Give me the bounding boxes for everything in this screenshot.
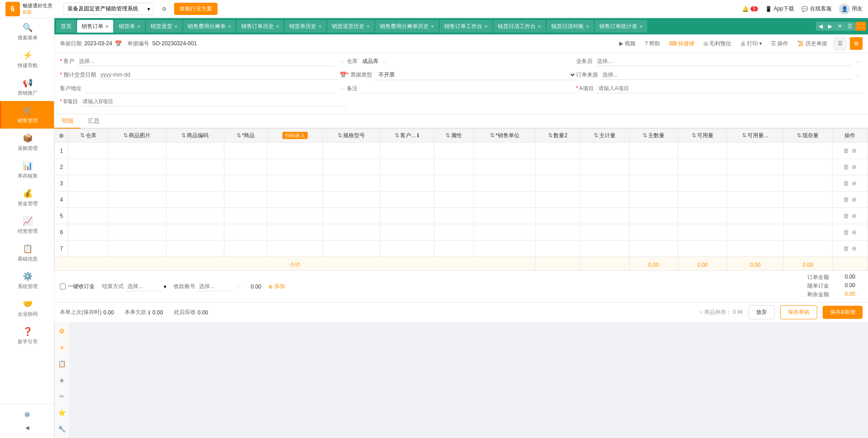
help-btn[interactable]: ? 帮助	[642, 39, 663, 49]
history-btn[interactable]: 📜 历史单据	[795, 39, 830, 49]
sidebar-item-marketing[interactable]: 📢 营销推广	[0, 73, 54, 101]
th-available[interactable]: ⇅可用量	[678, 129, 727, 143]
row-1-stock[interactable]	[783, 143, 832, 159]
th-main-qty[interactable]: ⇅主数量	[629, 129, 678, 143]
delivery-calendar-icon[interactable]: 📅	[339, 72, 347, 78]
sidebar-item-search[interactable]: 🔍 搜索菜单	[0, 18, 54, 46]
tab-sales-return-history[interactable]: 销货单历史 ✕	[285, 20, 326, 33]
discard-button[interactable]: 放弃	[748, 305, 775, 319]
staff-more-icon[interactable]: ···	[854, 58, 863, 65]
tab-sales-return[interactable]: 销货单 ✕	[114, 20, 145, 33]
view-btn[interactable]: ▶ 视频	[616, 39, 638, 49]
right-add-material-btn[interactable]: +	[57, 342, 68, 353]
tab-sales-order-history[interactable]: 销售订单历史 ✕	[237, 20, 284, 33]
tab-close-icon[interactable]: ✕	[586, 24, 589, 29]
add-payment-btn[interactable]: ⊕ 添加	[268, 283, 285, 290]
tab-close-icon[interactable]: ✕	[137, 24, 141, 29]
sidebar-collapse-btn[interactable]: ◀	[0, 421, 54, 434]
notification-bell[interactable]: 🔔 9	[742, 6, 758, 12]
tab-sales-refund[interactable]: 销货退货 ✕	[146, 20, 182, 33]
system-selector[interactable]: 装备及固定资产辅助管理系统 ▾	[63, 3, 154, 15]
row-1-warehouse[interactable]	[68, 143, 108, 159]
row-1-spec[interactable]	[322, 143, 380, 159]
th-settings[interactable]: ⚙	[55, 129, 68, 143]
delete-icon[interactable]: 🗑	[843, 229, 849, 236]
tab-layout-btn[interactable]: ☰	[845, 22, 855, 31]
copy-icon[interactable]: ⊕	[852, 196, 857, 203]
quick-pay-checkbox[interactable]: 一键收订金	[60, 283, 95, 290]
th-warehouse[interactable]: ⇅仓库	[68, 129, 108, 143]
row-1-available-more[interactable]	[727, 143, 784, 159]
tab-nav-next[interactable]: ▶	[825, 22, 835, 31]
order-source-more-icon[interactable]: ···	[854, 72, 863, 78]
sidebar-item-enterprise[interactable]: 🤝 企业协同	[0, 294, 54, 322]
tab-nav-prev[interactable]: ◀	[816, 22, 825, 31]
row-1-image[interactable]	[108, 143, 166, 159]
tab-home[interactable]: 首页	[56, 20, 76, 33]
tab-close-icon[interactable]: ✕	[639, 24, 643, 29]
row-1-unit[interactable]	[474, 143, 535, 159]
sidebar-settings-btn[interactable]: ⚙️	[0, 408, 54, 421]
row-1-main-unit[interactable]	[580, 143, 629, 159]
tab-sales-stat[interactable]: 销售订单统计表 ✕	[595, 20, 647, 33]
industry-button[interactable]: 体验行业方案	[174, 3, 218, 15]
th-product-image[interactable]: ⇅商品图片	[108, 129, 166, 143]
right-icon-3[interactable]: ✏	[57, 391, 68, 402]
tab-close-icon[interactable]: ✕	[228, 24, 231, 29]
th-stock[interactable]: ⇅现存量	[783, 129, 832, 143]
tab-cash-daily-workbench[interactable]: 钱货日清工作台 ✕	[493, 20, 546, 33]
delete-icon[interactable]: 🗑	[843, 245, 849, 252]
right-icon-2[interactable]: ◈	[57, 375, 68, 385]
copy-icon[interactable]: ⊕	[852, 147, 857, 154]
hotkey-btn[interactable]: ⌨ 快捷键	[666, 39, 697, 49]
tab-fullscreen-btn[interactable]: ⛶	[855, 22, 866, 31]
tab-close-icon[interactable]: ✕	[318, 24, 322, 29]
tab-summary[interactable]: 汇总	[81, 114, 107, 129]
th-sales-unit[interactable]: ⇅*销售单位	[474, 129, 535, 143]
delete-icon[interactable]: 🗑	[843, 180, 849, 187]
online-service-btn[interactable]: 💬 在线客服	[801, 5, 832, 13]
right-icon-4[interactable]: ⭐	[57, 407, 68, 418]
user-avatar[interactable]: 👤 用友	[839, 4, 863, 14]
tab-close-icon[interactable]: ✕	[484, 24, 488, 29]
sidebar-item-operation[interactable]: 📈 经营管理	[0, 212, 54, 239]
project-a-input[interactable]	[596, 84, 863, 93]
th-available-more[interactable]: ⇅可用量...	[727, 129, 784, 143]
address-more-icon[interactable]: ···	[338, 86, 346, 92]
th-spec[interactable]: ⇅规格型号	[322, 129, 380, 143]
tab-close-icon[interactable]: ✕	[538, 24, 541, 29]
tab-detail[interactable]: 明细	[54, 114, 81, 129]
delete-icon[interactable]: 🗑	[843, 196, 849, 203]
project-b-input[interactable]	[81, 97, 346, 106]
tab-sales-fee-history[interactable]: 销售费用分摊单历史 ✕	[375, 20, 439, 33]
row-1-attr[interactable]	[434, 143, 474, 159]
tab-close-icon[interactable]: ✕	[174, 24, 178, 29]
sidebar-item-sales[interactable]: 🛒 销售管理	[0, 101, 54, 129]
date-value[interactable]: 2023-03-24	[84, 40, 112, 47]
right-icon-5[interactable]: 🔧	[57, 424, 68, 434]
copy-icon[interactable]: ⊕	[852, 245, 857, 252]
row-1-main-qty[interactable]	[629, 143, 678, 159]
operation-btn[interactable]: ☰ 操作	[768, 39, 791, 49]
delete-icon[interactable]: 🗑	[843, 147, 849, 154]
row-1-cattr[interactable]	[380, 143, 434, 159]
view-toggle-grid[interactable]: ⊞	[850, 37, 863, 50]
copy-icon[interactable]: ⊕	[852, 164, 857, 170]
account-more-icon[interactable]: ···	[235, 284, 243, 290]
customer-more-icon[interactable]: ···	[338, 58, 346, 65]
account-input[interactable]	[197, 282, 233, 291]
save-new-button[interactable]: 保存&新增	[823, 306, 863, 319]
sidebar-item-system[interactable]: ⚙️ 系统管理	[0, 267, 54, 294]
copy-icon[interactable]: ⊕	[852, 229, 857, 236]
tab-sales-refund-history[interactable]: 销货退货历史 ✕	[327, 20, 374, 33]
delivery-input[interactable]	[99, 70, 336, 80]
row-1-qty2[interactable]	[535, 143, 580, 159]
save-draft-button[interactable]: 保存草稿	[780, 305, 817, 319]
profit-btn[interactable]: ◎ 毛利预估	[701, 39, 734, 49]
calendar-icon[interactable]: 📅	[115, 40, 122, 47]
sidebar-item-guide[interactable]: ❓ 新手引导	[0, 322, 54, 350]
right-icon-1[interactable]: 📋	[57, 358, 68, 369]
remark-input[interactable]	[360, 84, 576, 93]
sidebar-item-basic[interactable]: 📋 基础信息	[0, 239, 54, 267]
sidebar-item-quicknav[interactable]: ⚡ 快捷导航	[0, 46, 54, 73]
